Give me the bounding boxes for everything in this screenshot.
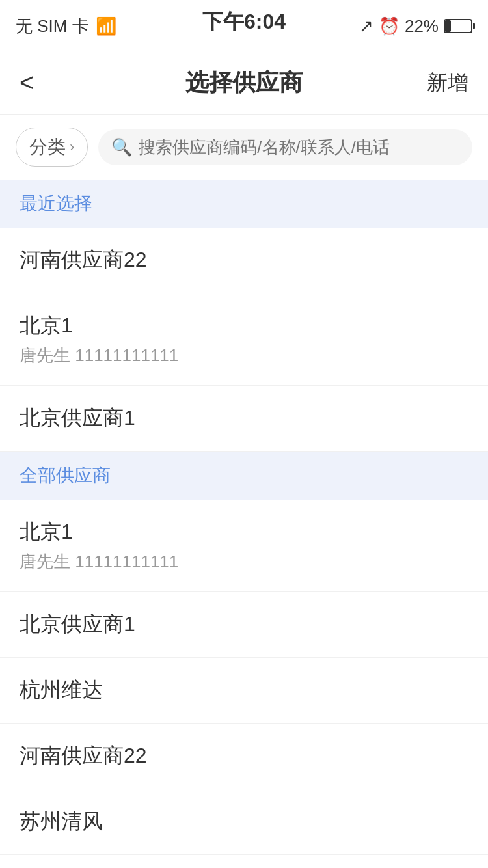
status-right: ↗ ⏰ 22% (359, 16, 472, 36)
location-icon: ↗ (359, 16, 373, 36)
status-left: 无 SIM 卡 📶 (16, 15, 116, 38)
item-name: 北京1 (20, 518, 468, 547)
filter-bar: 分类 › 🔍 (0, 115, 488, 180)
alarm-icon: ⏰ (379, 16, 400, 36)
list-item[interactable]: 北京1唐先生 11111111111 (0, 293, 488, 386)
list-item[interactable]: 河南供应商22 (0, 724, 488, 789)
item-name: 河南供应商22 (20, 246, 468, 275)
battery-icon (444, 19, 472, 33)
nav-bar: < 选择供应商 新增 (0, 52, 488, 115)
battery-percent: 22% (405, 16, 439, 36)
recent-list: 河南供应商22北京1唐先生 11111111111北京供应商1 (0, 228, 488, 452)
category-label: 分类 (29, 135, 66, 159)
list-item[interactable]: 苏州清风 (0, 789, 488, 855)
list-item[interactable]: 北京1唐先生 11111111111 (0, 500, 488, 592)
list-item[interactable]: 北京供应商1 (0, 592, 488, 658)
all-section-header: 全部供应商 (0, 452, 488, 500)
search-input[interactable] (139, 137, 459, 157)
category-filter[interactable]: 分类 › (16, 128, 88, 167)
item-sub: 唐先生 11111111111 (20, 344, 468, 367)
page-title: 选择供应商 (185, 67, 303, 99)
search-bar[interactable]: 🔍 (98, 129, 472, 165)
list-item[interactable]: 杭州维达 (0, 658, 488, 724)
item-name: 杭州维达 (20, 676, 468, 705)
item-sub: 唐先生 11111111111 (20, 550, 468, 573)
item-name: 北京1 (20, 312, 468, 340)
search-icon: 🔍 (111, 137, 132, 157)
list-item[interactable]: 河南供应商22 (0, 228, 488, 293)
chevron-right-icon: › (70, 139, 74, 156)
status-bar: 无 SIM 卡 📶 下午6:04 ↗ ⏰ 22% (0, 0, 488, 52)
recent-section-label: 最近选择 (20, 193, 92, 213)
wifi-icon: 📶 (96, 16, 116, 36)
all-section-label: 全部供应商 (20, 465, 111, 485)
recent-section-header: 最近选择 (0, 180, 488, 228)
item-name: 北京供应商1 (20, 404, 468, 433)
add-button[interactable]: 新增 (416, 69, 468, 98)
all-list: 北京1唐先生 11111111111北京供应商1杭州维达河南供应商22苏州清风 (0, 500, 488, 855)
item-name: 苏州清风 (20, 807, 468, 836)
list-item[interactable]: 北京供应商1 (0, 386, 488, 452)
back-button[interactable]: < (20, 69, 72, 97)
status-time: 下午6:04 (202, 8, 286, 36)
carrier-text: 无 SIM 卡 (16, 15, 89, 38)
item-name: 河南供应商22 (20, 742, 468, 770)
item-name: 北京供应商1 (20, 610, 468, 639)
